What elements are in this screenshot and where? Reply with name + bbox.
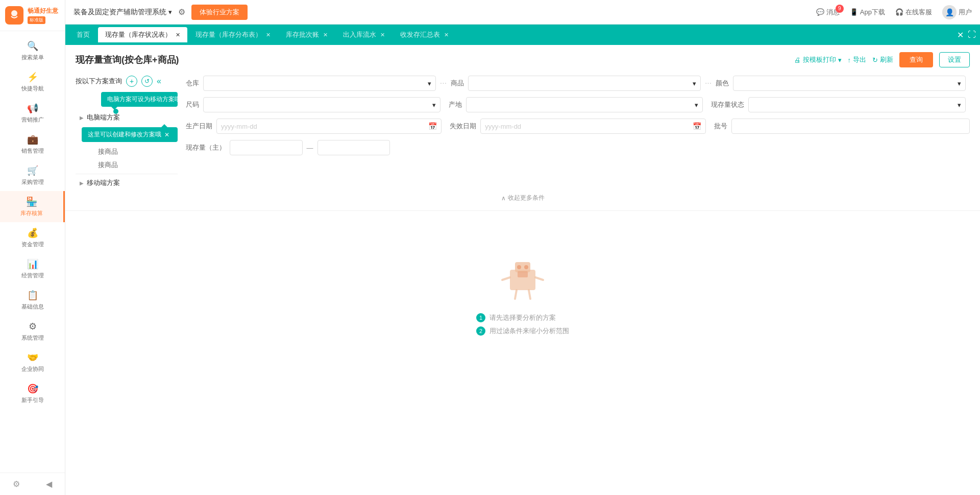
expire-date-input[interactable]: yyyy-mm-dd 📅: [480, 119, 705, 134]
stock-main-max-input[interactable]: [317, 140, 390, 155]
origin-label: 产地: [449, 100, 462, 109]
sidebar-item-sales-label: 销售管理: [21, 147, 44, 155]
setting-button[interactable]: 设置: [939, 52, 970, 67]
online-support-button[interactable]: 🎧 在线客服: [895, 8, 932, 17]
empty-steps-list: 1 请先选择要分析的方案 2 用过滤条件来缩小分析范围: [476, 313, 569, 340]
tab-maximize-button[interactable]: ⛶: [968, 30, 976, 40]
tab-inout-flow-close-icon[interactable]: ✕: [380, 32, 385, 38]
message-button[interactable]: 💬 消息 9: [816, 8, 840, 17]
collapse-button[interactable]: ∧ 收起更多条件: [501, 194, 545, 202]
origin-select[interactable]: ▾: [466, 97, 703, 112]
tab-inventory-dist[interactable]: 现存量（库存分布表） ✕: [188, 27, 278, 42]
export-button[interactable]: ↑ 导出: [848, 55, 867, 64]
main-area: 装备及固定资产辅助管理系统 ▾ ⚙ 体验行业方案 💬 消息 9 📱 App下载 …: [65, 0, 980, 495]
goods-select[interactable]: ▾: [468, 76, 701, 91]
sidebar-collapse-button[interactable]: ◀: [46, 479, 52, 489]
sidebar-item-marketing[interactable]: 📢 营销推广: [0, 98, 65, 129]
sidebar-item-marketing-label: 营销推广: [21, 116, 44, 124]
sidebar-item-inventory[interactable]: 🏪 库存核算: [0, 191, 65, 222]
warehouse-select[interactable]: ▾: [203, 76, 436, 91]
batch-label: 批号: [714, 122, 727, 131]
empty-state: 1 请先选择要分析的方案 2 用过滤条件来缩小分析范围: [65, 211, 980, 381]
app-download-button[interactable]: 📱 App下载: [850, 8, 885, 17]
template-print-button[interactable]: 🖨 按模板打印 ▾: [794, 55, 842, 64]
expire-date-icon: 📅: [693, 122, 701, 130]
sidebar-item-purchase[interactable]: 🛒 采购管理: [0, 160, 65, 191]
settings-gear-button[interactable]: ⚙: [178, 7, 185, 17]
sidebar-item-basic-info[interactable]: 📋 基础信息: [0, 285, 65, 316]
tab-home-label: 首页: [77, 30, 90, 39]
produce-date-input[interactable]: yyyy-mm-dd 📅: [216, 119, 442, 134]
tab-inventory-dist-close-icon[interactable]: ✕: [266, 32, 271, 38]
filter-back-button[interactable]: «: [157, 77, 161, 86]
svg-point-4: [524, 265, 528, 269]
export-icon: ↑: [848, 56, 851, 64]
tab-inout-flow[interactable]: 出入库流水 ✕: [336, 27, 392, 42]
filter-origin: 产地 ▾: [449, 97, 703, 112]
tooltip-bottom-close-icon[interactable]: ✕: [164, 131, 169, 138]
sidebar-item-operation[interactable]: 📊 经营管理: [0, 253, 65, 285]
user-menu-button[interactable]: 👤 用户: [942, 5, 972, 19]
tooltip-bottom-text: 这里可以创建和修改方案哦: [88, 130, 161, 139]
tooltip-top-close-icon[interactable]: ✕: [184, 96, 189, 103]
system-title-dropdown[interactable]: 装备及固定资产辅助管理系统 ▾: [74, 8, 172, 17]
tab-inventory-status-close-icon[interactable]: ✕: [176, 32, 180, 38]
scheme-pc-item[interactable]: ▶ 电脑端方案: [76, 111, 178, 124]
logo-text: 畅通好生意 标准版: [28, 7, 58, 24]
sidebar-item-search-menu-label: 搜索菜单: [21, 54, 44, 61]
stock-status-select[interactable]: ▾: [748, 97, 966, 112]
message-badge: 9: [836, 5, 844, 13]
user-avatar: 👤: [942, 5, 957, 19]
produce-date-placeholder: yyyy-mm-dd: [221, 123, 257, 130]
tab-batch-ledger-label: 库存批次账: [286, 30, 319, 39]
operation-icon: 📊: [27, 258, 38, 270]
step-1-label: 请先选择要分析的方案: [489, 313, 556, 322]
batch-input[interactable]: [731, 119, 970, 134]
filter-reset-button[interactable]: ↺: [141, 76, 153, 87]
sidebar-item-system-label: 系统管理: [21, 334, 44, 342]
sidebar-item-inventory-label: 库存核算: [20, 209, 43, 217]
stock-main-min-input[interactable]: [230, 140, 303, 155]
tab-recv-send-summary[interactable]: 收发存汇总表 ✕: [393, 27, 456, 42]
header-left: 装备及固定资产辅助管理系统 ▾ ⚙ 体验行业方案: [74, 5, 248, 20]
mobile-scheme-label: 移动端方案: [87, 178, 120, 187]
industry-plan-button[interactable]: 体验行业方案: [191, 5, 248, 20]
sidebar-item-guide[interactable]: 🎯 新手引导: [0, 378, 65, 409]
sidebar-item-system[interactable]: ⚙ 系统管理: [0, 316, 65, 347]
tab-recv-send-summary-close-icon[interactable]: ✕: [444, 32, 449, 38]
filter-row-3: 生产日期 yyyy-mm-dd 📅 失效日期: [186, 119, 970, 134]
tab-inventory-status[interactable]: 现存量（库存状况表） ✕: [98, 27, 187, 42]
sidebar-settings-button[interactable]: ⚙: [13, 479, 20, 489]
refresh-button[interactable]: ↻ 刷新: [872, 55, 893, 64]
page-title: 现存量查询(按仓库+商品): [76, 54, 179, 66]
svg-point-3: [517, 265, 521, 269]
filter-add-button[interactable]: +: [126, 76, 137, 87]
scheme-sub-item-1[interactable]: 接商品: [86, 158, 178, 172]
tab-batch-ledger-close-icon[interactable]: ✕: [323, 32, 328, 38]
sidebar-item-quick-nav[interactable]: ⚡ 快捷导航: [0, 66, 65, 98]
filter-size: 尺码 ▾: [186, 97, 440, 112]
size-select[interactable]: ▾: [203, 97, 440, 112]
color-select[interactable]: ▾: [733, 76, 966, 91]
sidebar-item-finance-label: 资金管理: [21, 241, 44, 248]
sidebar-item-search-menu[interactable]: 🔍 搜索菜单: [0, 35, 65, 66]
tab-home[interactable]: 首页: [69, 27, 97, 42]
scheme-sub-item-0[interactable]: 接商品: [86, 145, 178, 158]
scheme-tooltip-top-area: 电脑方案可设为移动方案哦 ✕: [101, 92, 178, 107]
system-title: 装备及固定资产辅助管理系统: [74, 8, 166, 17]
headset-icon: 🎧: [895, 8, 903, 16]
empty-illustration: [497, 252, 548, 303]
step-2-num: 2: [476, 326, 485, 336]
tab-batch-ledger[interactable]: 库存批次账 ✕: [279, 27, 335, 42]
goods-dots[interactable]: ···: [705, 79, 712, 88]
warehouse-dots[interactable]: ···: [440, 79, 447, 88]
sidebar-item-finance[interactable]: 💰 资金管理: [0, 222, 65, 253]
query-button[interactable]: 查询: [899, 52, 933, 67]
sidebar-item-enterprise[interactable]: 🤝 企业协同: [0, 347, 65, 378]
online-support-label: 在线客服: [905, 8, 932, 17]
scheme-mobile-item[interactable]: ▶ 移动端方案: [76, 176, 178, 190]
tab-close-all-button[interactable]: ✕: [957, 30, 964, 40]
sidebar-item-sales[interactable]: 💼 销售管理: [0, 129, 65, 160]
collapse-label: 收起更多条件: [508, 194, 545, 202]
svg-line-6: [502, 277, 510, 280]
